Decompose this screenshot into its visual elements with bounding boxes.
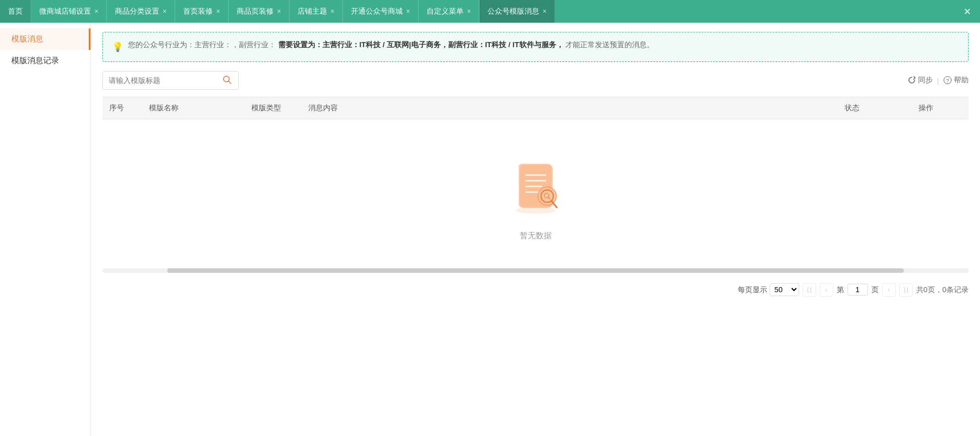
col-type: 模版类型: [245, 97, 301, 119]
page-number-input[interactable]: [847, 284, 868, 296]
sidebar-item-template-record-label: 模版消息记录: [11, 56, 59, 65]
sync-icon: [908, 76, 916, 84]
page-size-select: 每页显示 50 10 20 100: [738, 283, 799, 296]
tab-shop-theme-close[interactable]: ×: [330, 7, 334, 15]
prev-page-button[interactable]: ‹: [820, 283, 833, 297]
tab-product-category-close[interactable]: ×: [163, 7, 167, 15]
empty-state: 暂无数据: [102, 119, 969, 264]
tab-bar: 首页 微商城店铺设置 × 商品分类设置 × 首页装修 × 商品页装修 × 店铺主…: [0, 0, 980, 23]
table-body: 暂无数据: [102, 119, 969, 264]
help-button[interactable]: ? 帮助: [944, 75, 969, 85]
last-page-button[interactable]: ⟩⟩: [899, 283, 913, 297]
page-label-post: 页: [871, 285, 879, 295]
tab-custom-menu-label: 自定义菜单: [427, 6, 464, 16]
help-icon: ?: [944, 76, 952, 84]
tab-template-msg[interactable]: 公众号模版消息 ×: [479, 0, 555, 23]
sync-label: 同步: [918, 75, 933, 85]
search-bar: 同步 | ? 帮助: [102, 71, 969, 90]
svg-line-1: [229, 81, 231, 84]
notice-box: 💡 您的公众号行业为：主营行业：，副营行业： 需要设置为：主营行业：IT科技 /…: [102, 32, 969, 62]
tab-shop-theme[interactable]: 店铺主题 ×: [290, 0, 343, 23]
data-table: 序号 模版名称 模版类型 消息内容 状态 操作: [102, 97, 969, 264]
sidebar-item-template-message-label: 模版消息: [11, 34, 43, 43]
page-size-dropdown[interactable]: 50 10 20 100: [770, 283, 799, 296]
first-page-button[interactable]: ⟨⟨: [803, 283, 816, 297]
scroll-bar-thumb: [167, 268, 904, 273]
tab-product-decor-close[interactable]: ×: [277, 7, 281, 15]
scroll-bar[interactable]: [102, 268, 969, 273]
next-page-button[interactable]: ›: [882, 283, 896, 297]
tab-product-decor-label: 商品页装修: [237, 6, 274, 16]
pagination: 每页显示 50 10 20 100 ⟨⟨ ‹ 第 页 › ⟩⟩ 共0页，0条记录: [102, 277, 969, 302]
notice-suffix: 才能正常发送预置的消息。: [565, 40, 654, 49]
tab-home-decor-label: 首页装修: [183, 6, 213, 16]
tab-custom-menu[interactable]: 自定义菜单 ×: [419, 0, 479, 23]
help-label: 帮助: [954, 75, 969, 85]
table-header-row: 序号 模版名称 模版类型 消息内容 状态 操作: [102, 97, 969, 119]
sync-button[interactable]: 同步: [908, 75, 933, 85]
tab-product-category-label: 商品分类设置: [115, 6, 159, 16]
tab-home-decor[interactable]: 首页装修 ×: [175, 0, 229, 23]
empty-state-row: 暂无数据: [102, 119, 969, 264]
tab-shop-settings-label: 微商城店铺设置: [39, 6, 91, 16]
window-close-button[interactable]: ✕: [954, 6, 980, 17]
page-label-pre: 第: [837, 285, 844, 295]
tab-shop-theme-label: 店铺主题: [297, 6, 327, 16]
tab-template-msg-close[interactable]: ×: [543, 7, 547, 15]
search-button[interactable]: [217, 72, 237, 89]
toolbar-right: 同步 | ? 帮助: [908, 75, 969, 85]
main-layout: 模版消息 模版消息记录 💡 您的公众号行业为：主营行业：，副营行业： 需要设置为…: [0, 23, 980, 436]
empty-illustration: [502, 153, 570, 222]
tab-home[interactable]: 首页: [0, 0, 31, 23]
search-input[interactable]: [103, 73, 217, 88]
tab-product-decor[interactable]: 商品页装修 ×: [229, 0, 290, 23]
sidebar-item-template-record[interactable]: 模版消息记录: [0, 50, 90, 72]
tab-open-mall-label: 开通公众号商城: [351, 6, 403, 16]
svg-text:?: ?: [946, 78, 949, 84]
tab-home-label: 首页: [8, 6, 23, 16]
content-area: 💡 您的公众号行业为：主营行业：，副营行业： 需要设置为：主营行业：IT科技 /…: [91, 23, 980, 436]
empty-text: 暂无数据: [520, 231, 552, 241]
search-icon: [222, 75, 231, 84]
sidebar-item-template-message[interactable]: 模版消息: [0, 28, 90, 50]
search-input-wrap: [102, 71, 239, 90]
col-action: 操作: [912, 97, 969, 119]
tab-home-decor-close[interactable]: ×: [216, 7, 220, 15]
tab-open-mall[interactable]: 开通公众号商城 ×: [343, 0, 419, 23]
tab-open-mall-close[interactable]: ×: [406, 7, 410, 15]
notice-highlight: 需要设置为：主营行业：IT科技 / 互联网|电子商务，副营行业：IT科技 / I…: [278, 40, 564, 49]
notice-prefix: 您的公众号行业为：主营行业：，副营行业：: [128, 40, 276, 49]
col-status: 状态: [838, 97, 912, 119]
col-index: 序号: [102, 97, 142, 119]
sidebar: 模版消息 模版消息记录: [0, 23, 91, 436]
tab-shop-settings-close[interactable]: ×: [94, 7, 98, 15]
tab-product-category[interactable]: 商品分类设置 ×: [107, 0, 175, 23]
tab-shop-settings[interactable]: 微商城店铺设置 ×: [31, 0, 107, 23]
toolbar-divider: |: [937, 76, 939, 85]
notice-icon: 💡: [112, 40, 123, 55]
col-name: 模版名称: [142, 97, 245, 119]
total-info: 共0页，0条记录: [916, 285, 969, 295]
col-content: 消息内容: [301, 97, 838, 119]
tab-template-msg-label: 公众号模版消息: [487, 6, 539, 16]
per-page-label: 每页显示: [738, 285, 767, 295]
tab-custom-menu-close[interactable]: ×: [467, 7, 471, 15]
notice-text: 您的公众号行业为：主营行业：，副营行业： 需要设置为：主营行业：IT科技 / 互…: [128, 39, 654, 51]
